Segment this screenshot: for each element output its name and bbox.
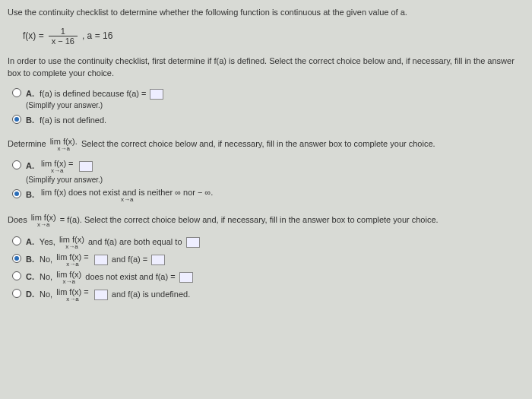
a-value: , a = 16 — [82, 29, 112, 43]
limit-expression: lim f(x) = x→a — [56, 288, 88, 302]
choice-pre: No, — [40, 272, 55, 281]
answer-box[interactable] — [79, 161, 93, 172]
q3-choice-b[interactable]: B. No, lim f(x) = x→a and f(a) = — [12, 253, 524, 268]
choice-letter: A. — [26, 161, 34, 170]
choice-body: A. Yes, lim f(x) x→a and f(a) are both e… — [26, 236, 524, 250]
limit-sub: x→a — [66, 261, 78, 268]
q2-choice-a[interactable]: A. lim f(x) = x→a (Simplify your answer.… — [12, 160, 524, 185]
choice-pre: Yes, — [40, 237, 58, 246]
q1-choice-b[interactable]: B. f(a) is not defined. — [12, 114, 524, 127]
choice-post: and f(a) = — [112, 255, 150, 264]
choice-post: does not exist and f(a) = — [85, 272, 177, 281]
q1-choice-a[interactable]: A. f(a) is defined because f(a) = (Simpl… — [12, 87, 524, 112]
numerator: 1 — [49, 27, 78, 36]
limit-expression: lim f(x) = x→a — [41, 160, 73, 174]
choice-letter: B. — [26, 255, 34, 264]
radio-icon[interactable] — [12, 189, 21, 198]
q2-choices: A. lim f(x) = x→a (Simplify your answer.… — [8, 160, 524, 203]
function-formula: f(x) = 1 x − 16 , a = 16 — [23, 27, 524, 46]
answer-box[interactable] — [186, 237, 200, 248]
radio-icon[interactable] — [12, 88, 21, 97]
choice-body: A. f(a) is defined because f(a) = (Simpl… — [26, 87, 524, 112]
q2-choice-b[interactable]: B. lim f(x) does not exist and is neithe… — [12, 188, 524, 203]
q3-choice-a[interactable]: A. Yes, lim f(x) x→a and f(a) are both e… — [12, 236, 524, 250]
choice-pre: No, — [40, 290, 55, 299]
limit-sub: x→a — [37, 222, 49, 228]
limit-sub: x→a — [121, 197, 133, 203]
limit-expression: lim f(x) x→a — [31, 214, 56, 228]
instruction-mid: = f(a). Select the correct choice below … — [60, 215, 439, 224]
choice-letter: C. — [26, 272, 34, 281]
q3-choices: A. Yes, lim f(x) x→a and f(a) are both e… — [8, 236, 524, 302]
denominator: x − 16 — [49, 36, 78, 46]
radio-icon[interactable] — [12, 289, 21, 298]
instruction-step1: In order to use the continuity checklist… — [8, 55, 524, 80]
answer-box[interactable] — [179, 272, 193, 283]
limit-sub: x→a — [66, 296, 78, 302]
choice-body: D. No, lim f(x) = x→a and f(a) is undefi… — [26, 288, 524, 302]
choice-text: f(a) is defined because f(a) = — [40, 89, 146, 98]
limit-sub: x→a — [51, 168, 63, 174]
radio-icon[interactable] — [12, 115, 21, 124]
radio-icon[interactable] — [12, 254, 21, 263]
radio-icon[interactable] — [12, 271, 21, 280]
q1-choices: A. f(a) is defined because f(a) = (Simpl… — [8, 87, 524, 127]
limit-sub: x→a — [58, 146, 70, 152]
choice-text: f(a) is not defined. — [40, 116, 106, 125]
instruction-step3: Does lim f(x) x→a = f(a). Select the cor… — [8, 214, 524, 228]
instruction-step2: Determine lim f(x). x→a Select the corre… — [8, 138, 524, 152]
limit-expression: lim f(x) x→a — [56, 271, 81, 285]
choice-hint: (Simplify your answer.) — [26, 100, 524, 111]
limit-expression: lim f(x) does not exist and is neither ∞… — [41, 188, 213, 203]
limit-sub: x→a — [65, 244, 78, 250]
choice-body: A. lim f(x) = x→a (Simplify your answer.… — [26, 160, 524, 185]
instruction-pre: Determine — [8, 139, 49, 148]
choice-post: and f(a) are both equal to — [88, 237, 185, 246]
instruction-post: Select the correct choice below and, if … — [81, 139, 435, 148]
formula-lhs: f(x) = — [23, 29, 44, 43]
choice-post: and f(a) is undefined. — [112, 290, 190, 299]
limit-sub: x→a — [63, 279, 75, 285]
choice-letter: D. — [26, 290, 34, 299]
choice-hint: (Simplify your answer.) — [26, 174, 524, 185]
choice-letter: A. — [26, 89, 34, 98]
choice-pre: No, — [40, 255, 55, 264]
instruction-pre: Does — [8, 215, 30, 224]
problem-prompt: Use the continuity checklist to determin… — [8, 6, 524, 19]
radio-icon[interactable] — [12, 160, 21, 169]
fraction: 1 x − 16 — [49, 27, 78, 46]
answer-box[interactable] — [94, 255, 108, 265]
choice-letter: A. — [26, 237, 34, 246]
answer-box[interactable] — [94, 290, 108, 300]
limit-expression: lim f(x) = x→a — [56, 253, 88, 268]
choice-body: B. lim f(x) does not exist and is neithe… — [26, 188, 524, 203]
limit-expression: lim f(x). x→a — [50, 138, 78, 152]
limit-expression: lim f(x) x→a — [59, 236, 84, 250]
radio-icon[interactable] — [12, 236, 21, 245]
choice-letter: B. — [26, 116, 34, 125]
answer-box[interactable] — [151, 255, 165, 265]
choice-body: B. No, lim f(x) = x→a and f(a) = — [26, 253, 524, 268]
choice-body: C. No, lim f(x) x→a does not exist and f… — [26, 271, 524, 285]
choice-body: B. f(a) is not defined. — [26, 114, 524, 127]
q3-choice-d[interactable]: D. No, lim f(x) = x→a and f(a) is undefi… — [12, 288, 524, 302]
answer-box[interactable] — [150, 89, 163, 100]
q3-choice-c[interactable]: C. No, lim f(x) x→a does not exist and f… — [12, 271, 524, 285]
choice-letter: B. — [26, 190, 34, 199]
